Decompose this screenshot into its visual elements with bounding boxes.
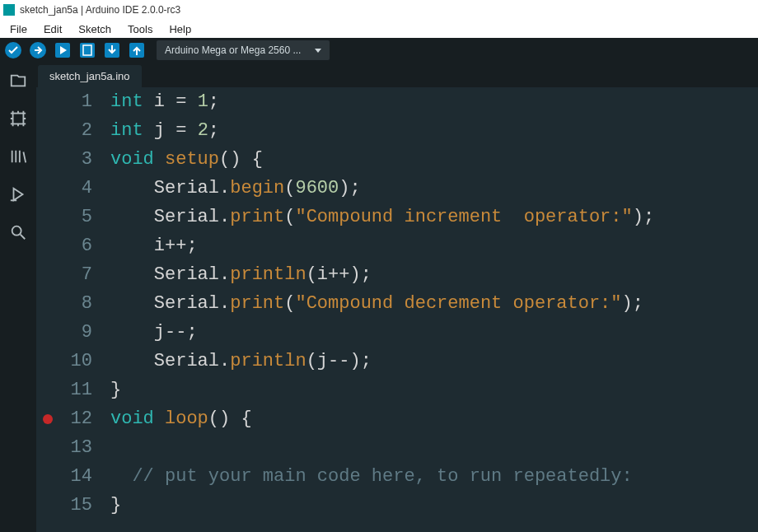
code-line[interactable]: Serial.print("Compound increment operato… [110, 203, 758, 231]
code-line[interactable]: } [110, 491, 758, 520]
code-line[interactable]: void loop() { [110, 404, 758, 433]
menu-tools[interactable]: Tools [119, 21, 161, 37]
line-number: 11 [58, 376, 92, 404]
tab-bar: sketch_jan5a.ino [36, 63, 758, 87]
activity-bar [0, 63, 36, 532]
breakpoint-icon[interactable] [43, 414, 53, 424]
menu-file[interactable]: File [2, 21, 35, 37]
upload-button[interactable] [26, 39, 49, 62]
code-line[interactable]: int j = 2; [110, 116, 758, 145]
menu-help[interactable]: Help [161, 21, 199, 37]
breakpoint-slot[interactable] [36, 116, 58, 145]
line-number: 4 [58, 174, 92, 203]
search-icon[interactable] [8, 222, 28, 242]
line-number: 15 [58, 491, 92, 520]
menubar: File Edit Sketch Tools Help [0, 20, 758, 38]
menu-sketch[interactable]: Sketch [70, 21, 119, 37]
code-line[interactable]: // put your main code here, to run repea… [110, 462, 758, 491]
explorer-icon[interactable] [8, 71, 28, 91]
line-number: 14 [58, 462, 92, 491]
verify-button[interactable] [2, 39, 25, 62]
code-line[interactable]: j--; [110, 318, 758, 347]
line-number-gutter: 123456789101112131415 [58, 87, 104, 532]
svg-point-10 [12, 226, 21, 236]
boards-manager-icon[interactable] [8, 109, 28, 128]
breakpoint-slot[interactable] [36, 145, 58, 174]
debug-icon[interactable] [8, 184, 28, 204]
svg-rect-8 [13, 114, 24, 124]
line-number: 5 [58, 203, 92, 231]
code-line[interactable]: Serial.print("Compound decrement operato… [110, 289, 758, 318]
board-selector[interactable]: Arduino Mega or Mega 2560 ... [157, 40, 330, 60]
tab-sketch[interactable]: sketch_jan5a.ino [38, 65, 142, 87]
breakpoint-slot[interactable] [36, 174, 58, 203]
code-line[interactable]: Serial.println(i++); [110, 260, 758, 289]
line-number: 7 [58, 260, 92, 289]
toolbar: Arduino Mega or Mega 2560 ... [0, 38, 758, 63]
breakpoint-slot[interactable] [36, 318, 58, 347]
code-line[interactable]: } [110, 376, 758, 404]
code-line[interactable]: Serial.begin(9600); [110, 174, 758, 203]
chevron-down-icon [315, 49, 321, 53]
code-line[interactable] [110, 433, 758, 462]
menu-edit[interactable]: Edit [35, 21, 70, 37]
line-number: 10 [58, 347, 92, 376]
code-editor[interactable]: 123456789101112131415 int i = 1;int j = … [36, 87, 758, 532]
breakpoint-slot[interactable] [36, 231, 58, 260]
code-line[interactable]: int i = 1; [110, 87, 758, 116]
line-number: 6 [58, 231, 92, 260]
open-button[interactable] [101, 39, 124, 62]
line-number: 13 [58, 433, 92, 462]
line-number: 8 [58, 289, 92, 318]
breakpoint-slot[interactable] [36, 347, 58, 376]
breakpoint-gutter[interactable] [36, 87, 58, 532]
breakpoint-slot[interactable] [36, 87, 58, 116]
line-number: 1 [58, 87, 92, 116]
editor-area: sketch_jan5a.ino 123456789101112131415 i… [36, 63, 758, 532]
breakpoint-slot[interactable] [36, 462, 58, 491]
window-title: sketch_jan5a | Arduino IDE 2.0.0-rc3 [20, 4, 180, 16]
window-titlebar: sketch_jan5a | Arduino IDE 2.0.0-rc3 [0, 0, 758, 20]
breakpoint-slot[interactable] [36, 203, 58, 231]
save-button[interactable] [125, 39, 148, 62]
code-line[interactable]: void setup() { [110, 145, 758, 174]
line-number: 9 [58, 318, 92, 347]
board-selector-label: Arduino Mega or Mega 2560 ... [165, 44, 301, 56]
debug-button[interactable] [51, 39, 74, 62]
line-number: 2 [58, 116, 92, 145]
library-manager-icon[interactable] [8, 147, 28, 166]
new-sketch-button[interactable] [76, 39, 99, 62]
breakpoint-slot[interactable] [36, 433, 58, 462]
breakpoint-slot[interactable] [36, 289, 58, 318]
code-line[interactable]: Serial.println(j--); [110, 347, 758, 376]
code-line[interactable]: i++; [110, 231, 758, 260]
code-content[interactable]: int i = 1;int j = 2;void setup() { Seria… [104, 87, 758, 532]
main-area: sketch_jan5a.ino 123456789101112131415 i… [0, 63, 758, 532]
breakpoint-slot[interactable] [36, 404, 58, 433]
app-icon [3, 4, 15, 16]
breakpoint-slot[interactable] [36, 376, 58, 404]
breakpoint-slot[interactable] [36, 491, 58, 520]
breakpoint-slot[interactable] [36, 260, 58, 289]
line-number: 3 [58, 145, 92, 174]
line-number: 12 [58, 404, 92, 433]
svg-marker-9 [14, 189, 23, 201]
